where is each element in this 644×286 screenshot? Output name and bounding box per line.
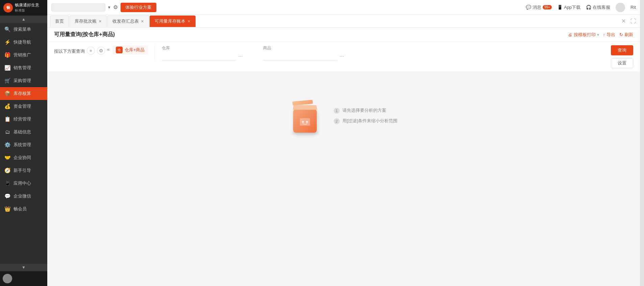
tab-summary[interactable]: 收发存汇总表 ✕ — [107, 16, 149, 27]
tab-batch-label: 库存批次账 — [75, 18, 97, 24]
tab-home[interactable]: 首页 — [50, 16, 69, 27]
refresh-button[interactable]: ↻ 刷新 — [619, 32, 633, 38]
sidebar-item-finance[interactable]: 💰 资金管理 — [0, 100, 47, 113]
export-label: 导出 — [607, 32, 615, 38]
svg-point-1 — [302, 121, 304, 123]
sidebar-label-basic: 基础信息 — [14, 129, 31, 135]
empty-illustration — [290, 99, 324, 133]
online-service-button[interactable]: 🎧 在线客服 — [586, 4, 610, 10]
search-icon: 🔍 — [4, 26, 11, 32]
sidebar-label-shortcut: 快捷导航 — [14, 39, 31, 45]
message-icon: 💬 — [526, 5, 531, 10]
sidebar-label-inventory: 库存核算 — [14, 90, 31, 97]
warehouse-more-button[interactable]: ··· — [238, 53, 242, 59]
warehouse-field-row: ··· — [162, 52, 256, 60]
sidebar-nav: 🔍 搜索菜单 ⚡ 快捷导航 🎁 营销推广 📈 销售管理 🛒 采购管理 📦 库存核… — [0, 23, 47, 264]
tab-home-label: 首页 — [55, 18, 64, 24]
sidebar-scroll-up[interactable]: ▲ — [0, 16, 47, 23]
sidebar-item-purchase[interactable]: 🛒 采购管理 — [0, 74, 47, 87]
sidebar-item-shortcut[interactable]: ⚡ 快捷导航 — [0, 36, 47, 49]
settings-gear-button[interactable]: ⚙ — [113, 4, 118, 10]
sidebar-item-operations[interactable]: 📋 经营管理 — [0, 113, 47, 126]
sidebar-label-system: 系统管理 — [14, 142, 31, 148]
print-button[interactable]: 🖨 按模板打印 ▾ — [568, 32, 599, 38]
tip-num-1: 1 — [334, 108, 340, 114]
filter-collapse-button[interactable]: « — [107, 47, 110, 52]
page-content: 可用量查询(按仓库+商品) 🖨 按模板打印 ▾ ↑ 导出 ↻ 刷新 — [47, 28, 640, 286]
filter-add-button[interactable]: + — [87, 47, 95, 55]
sidebar-item-member[interactable]: 👑 畅会员 — [0, 203, 47, 215]
basic-icon: 🗂 — [4, 129, 11, 135]
print-dropdown-icon[interactable]: ▾ — [597, 32, 599, 37]
empty-state: 1 请先选择要分析的方案 2 用[过滤]条件来缩小分析范围 — [47, 72, 640, 160]
sidebar-item-basic[interactable]: 🗂 基础信息 — [0, 126, 47, 138]
sidebar-label-apps: 应用中心 — [14, 180, 31, 186]
marketing-icon: 🎁 — [4, 52, 11, 58]
filter-setting-button[interactable]: ⚙ — [97, 47, 105, 55]
sidebar-item-enterprise[interactable]: 🤝 企业协同 — [0, 151, 47, 164]
user-name: Rit — [630, 5, 636, 10]
product-more-button[interactable]: ··· — [339, 53, 344, 59]
inventory-icon: 📦 — [4, 90, 11, 97]
right-scrollbar[interactable] — [640, 0, 644, 286]
product-input[interactable] — [263, 52, 337, 60]
user-avatar-topbar[interactable] — [616, 3, 625, 12]
dropdown-button[interactable]: ▾ — [108, 5, 110, 10]
sidebar-item-wechat[interactable]: 💬 企业微信 — [0, 190, 47, 203]
query-button[interactable]: 查询 — [611, 45, 633, 55]
apps-icon: 📱 — [4, 180, 11, 186]
sales-icon: 📈 — [4, 65, 11, 71]
message-badge: 99+ — [543, 5, 552, 9]
refresh-label: 刷新 — [624, 32, 633, 38]
sidebar-item-apps[interactable]: 📱 应用中心 — [0, 177, 47, 190]
svg-point-2 — [306, 121, 308, 123]
sidebar-subtitle: 标准版 — [15, 8, 39, 13]
tab-batch[interactable]: 库存批次账 ✕ — [70, 16, 107, 27]
page-title: 可用量查询(按仓库+商品) — [54, 31, 115, 38]
sidebar-item-guide[interactable]: 🧭 新手引导 — [0, 164, 47, 177]
tab-close-all-button[interactable]: ✕ — [619, 18, 628, 24]
sidebar-header: 畅 畅康通好生意 标准版 — [0, 0, 47, 16]
guide-icon: 🧭 — [4, 167, 11, 174]
sidebar-item-sales[interactable]: 📈 销售管理 — [0, 61, 47, 74]
page-settings-button[interactable]: 设置 — [611, 58, 633, 68]
tab-available[interactable]: 可用量库存账本 ✕ — [150, 16, 196, 27]
app-download-icon: 📱 — [557, 5, 563, 10]
export-button[interactable]: ↑ 导出 — [603, 32, 616, 38]
sidebar-item-search[interactable]: 🔍 搜索菜单 — [0, 23, 47, 36]
message-button[interactable]: 💬 消息 99+ — [526, 4, 552, 10]
tab-available-close-icon[interactable]: ✕ — [187, 19, 190, 24]
sidebar-item-marketing[interactable]: 🎁 营销推广 — [0, 49, 47, 61]
sidebar-item-inventory[interactable]: 📦 库存核算 — [0, 87, 47, 100]
enterprise-icon: 🤝 — [4, 155, 11, 161]
product-field: 商品 ··· — [263, 45, 358, 60]
tab-summary-close-icon[interactable]: ✕ — [141, 19, 144, 24]
empty-tips: 1 请先选择要分析的方案 2 用[过滤]条件来缩小分析范围 — [334, 107, 397, 124]
sidebar-label-purchase: 采购管理 — [14, 78, 31, 84]
scheme-item-warehouse-product[interactable]: 仓 仓库+商品 — [112, 45, 148, 55]
tab-expand-button[interactable]: ⛶ — [629, 18, 637, 24]
app-download-button[interactable]: 📱 App下载 — [557, 4, 581, 10]
sidebar-item-system[interactable]: ⚙️ 系统管理 — [0, 138, 47, 151]
purchase-icon: 🛒 — [4, 78, 11, 84]
tip-text-1: 请先选择要分析的方案 — [342, 107, 386, 113]
online-service-icon: 🎧 — [586, 5, 591, 10]
tab-available-label: 可用量库存账本 — [155, 18, 185, 24]
wechat-icon: 💬 — [4, 193, 11, 199]
sidebar-label-member: 畅会员 — [14, 206, 27, 212]
trial-button[interactable]: 体验行业方案 — [121, 3, 156, 12]
sidebar-scroll-down[interactable]: ▼ — [0, 264, 47, 271]
operations-icon: 📋 — [4, 116, 11, 122]
search-input[interactable] — [51, 3, 105, 11]
sidebar-label-wechat: 企业微信 — [14, 193, 31, 199]
tab-batch-close-icon[interactable]: ✕ — [99, 19, 102, 24]
filter-label: 按以下方案查询 — [54, 47, 85, 54]
finance-icon: 💰 — [4, 103, 11, 109]
empty-state-content: 1 请先选择要分析的方案 2 用[过滤]条件来缩小分析范围 — [290, 99, 397, 133]
warehouse-field-label: 仓库 — [162, 45, 256, 51]
sidebar-user[interactable] — [0, 271, 47, 286]
sidebar-label-marketing: 营销推广 — [14, 52, 31, 58]
box-face-icon — [298, 114, 312, 128]
print-label: 按模板打印 — [574, 32, 596, 38]
warehouse-input[interactable] — [162, 52, 236, 60]
